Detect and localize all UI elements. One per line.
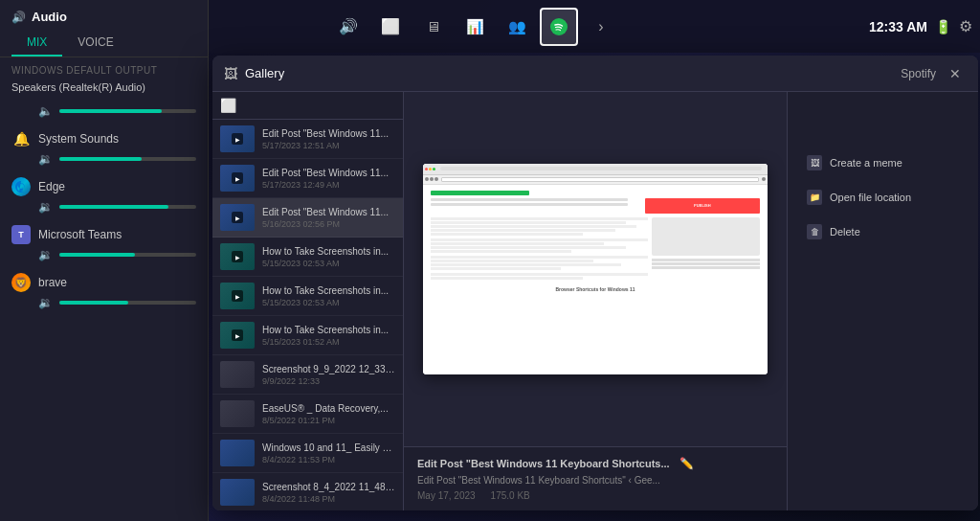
edge-mute-icon[interactable]: 🔉 — [38, 200, 54, 214]
audio-item-teams: T Microsoft Teams 🔉 — [0, 219, 208, 267]
system-sounds-slider[interactable] — [59, 157, 196, 161]
spotify-icon — [549, 17, 568, 36]
speakers-volume-row: 🔈 — [11, 104, 196, 118]
list-item[interactable]: Windows 10 and 11_ Easily Ta... 8/4/2022… — [212, 434, 403, 473]
thumb-10 — [220, 479, 255, 506]
list-item[interactable]: Edit Post "Best Windows 11... 5/16/2023 … — [212, 198, 403, 238]
brave-volume-row: 🔉 — [11, 296, 196, 309]
thumb-4 — [220, 243, 255, 270]
taskbar-icon-chart[interactable]: 📊 — [456, 8, 494, 46]
list-item[interactable]: How to Take Screenshots in... 5/15/2023 … — [212, 238, 403, 277]
screen-icon: ⬜ — [381, 17, 400, 35]
system-sounds-header: 🔔 System Sounds — [11, 129, 196, 148]
audio-section-label: WINDOWS DEFAULT OUTPUT — [0, 57, 208, 79]
audio-icon: 🔊 — [11, 11, 26, 24]
preview-file-subtitle: Edit Post "Best Windows 11 Keyboard Shor… — [417, 474, 773, 487]
teams-mute-icon[interactable]: 🔉 — [38, 248, 54, 261]
item-title-9: Windows 10 and 11_ Easily Ta... — [262, 442, 395, 453]
taskbar-icon-volume[interactable]: 🔊 — [329, 8, 368, 46]
monitor-icon: 🖥 — [426, 18, 440, 34]
edge-icon — [11, 177, 31, 196]
taskbar-icon-spotify[interactable] — [540, 8, 578, 46]
item-info-4: How to Take Screenshots in... 5/15/2023 … — [262, 246, 395, 268]
item-title-6: How to Take Screenshots in... — [262, 325, 395, 335]
list-item[interactable]: Edit Post "Best Windows 11... 5/17/2023 … — [212, 120, 403, 159]
item-date-7: 9/9/2022 12:33 — [262, 376, 395, 386]
gallery-modal: 🖼 Gallery Spotify ✕ ⬜ Edit Post "Best Wi… — [212, 56, 978, 510]
teams-name: Microsoft Teams — [38, 228, 122, 241]
list-item[interactable]: Screenshot 9_9_2022 12_33_... 9/9/2022 1… — [212, 355, 403, 395]
speakers-volume-fill — [59, 109, 162, 113]
audio-tabs: MIX VOICE — [0, 30, 208, 57]
item-date-4: 5/15/2023 02:53 AM — [262, 259, 395, 268]
create-meme-icon: 🖼 — [807, 155, 822, 170]
item-title-5: How to Take Screenshots in... — [262, 285, 395, 296]
audio-item-edge: Edge 🔉 — [0, 171, 208, 219]
open-location-button[interactable]: 📁 Open file location — [799, 184, 967, 211]
volume-icon: 🔊 — [339, 17, 358, 35]
preview-file-title: Edit Post "Best Windows 11 Keyboard Shor… — [417, 457, 670, 470]
item-info-5: How to Take Screenshots in... 5/15/2023 … — [262, 285, 395, 307]
tab-mix[interactable]: MIX — [11, 30, 62, 57]
item-date-9: 8/4/2022 11:53 PM — [262, 455, 395, 464]
item-date-5: 5/15/2023 02:53 AM — [262, 298, 395, 307]
audio-header: 🔊 Audio — [0, 0, 208, 30]
taskbar-icon-people[interactable]: 👥 — [498, 8, 536, 46]
system-sounds-volume-row: 🔉 — [11, 152, 196, 166]
speakers-mute-icon[interactable]: 🔈 — [38, 104, 54, 118]
brave-fill — [59, 301, 128, 305]
webpage-content: PUBLISH — [423, 185, 768, 298]
edge-slider[interactable] — [59, 205, 196, 209]
audio-device-label: Speakers (Realtek(R) Audio) — [0, 79, 208, 99]
time-display: 12:33 AM — [869, 19, 927, 34]
teams-fill — [59, 253, 135, 257]
item-info-8: EaseUS® _ Data Recovery,... 8/5/2022 01:… — [262, 403, 395, 425]
create-meme-button[interactable]: 🖼 Create a meme — [799, 149, 967, 176]
edge-fill — [59, 205, 168, 209]
item-info-6: How to Take Screenshots in... 5/15/2023 … — [262, 325, 395, 347]
spotify-tab-label: Spotify — [901, 67, 936, 80]
speakers-volume-slider[interactable] — [59, 109, 196, 113]
item-info-10: Screenshot 8_4_2022 11_48_... 8/4/2022 1… — [262, 482, 395, 504]
item-date-3: 5/16/2023 02:56 PM — [262, 219, 395, 229]
teams-icon: T — [11, 225, 31, 244]
audio-item-system: 🔔 System Sounds 🔉 — [0, 124, 208, 171]
edge-name: Edge — [38, 180, 65, 193]
brave-icon: 🦁 — [11, 273, 31, 292]
list-item[interactable]: How to Take Screenshots in... 5/15/2023 … — [212, 277, 403, 316]
delete-button[interactable]: 🗑 Delete — [799, 218, 967, 245]
delete-label: Delete — [830, 226, 860, 238]
settings-icon[interactable]: ⚙ — [959, 17, 972, 35]
audio-title: Audio — [32, 10, 67, 24]
gallery-close-button[interactable]: ✕ — [944, 62, 967, 85]
thumb-7 — [220, 361, 255, 388]
create-meme-label: Create a meme — [830, 157, 902, 169]
battery-icon: 🔋 — [935, 19, 951, 34]
taskbar-icon-screen[interactable]: ⬜ — [371, 8, 410, 46]
audio-item-speakers: 🔈 — [0, 99, 208, 124]
list-item[interactable]: EaseUS® _ Data Recovery,... 8/5/2022 01:… — [212, 395, 403, 434]
list-item[interactable]: Edit Post "Best Windows 11... 5/17/2023 … — [212, 159, 403, 198]
audio-item-brave: 🦁 brave 🔉 — [0, 267, 208, 315]
gallery-image-area: PUBLISH — [404, 92, 787, 446]
edit-title-icon[interactable]: ✏️ — [679, 457, 694, 470]
taskbar-icon-more[interactable]: › — [582, 8, 620, 46]
item-title-7: Screenshot 9_9_2022 12_33_... — [262, 364, 395, 374]
taskbar-icon-monitor[interactable]: 🖥 — [413, 8, 452, 46]
open-location-icon: 📁 — [807, 190, 822, 205]
item-title-2: Edit Post "Best Windows 11... — [262, 168, 395, 178]
teams-slider[interactable] — [59, 253, 196, 257]
taskbar-right: 12:33 AM 🔋 ⚙ — [869, 17, 972, 35]
thumb-2 — [220, 165, 255, 192]
list-item[interactable]: Screenshot 8_4_2022 11_48_... 8/4/2022 1… — [212, 473, 403, 510]
tab-voice[interactable]: VOICE — [62, 30, 128, 57]
list-item[interactable]: How to Take Screenshots in... 5/15/2023 … — [212, 316, 403, 355]
gallery-body: ⬜ Edit Post "Best Windows 11... 5/17/202… — [212, 92, 978, 510]
preview-file-date: May 17, 2023 — [417, 490, 476, 501]
system-sounds-fill — [59, 157, 142, 161]
brave-mute-icon[interactable]: 🔉 — [38, 296, 54, 309]
brave-slider[interactable] — [59, 301, 196, 305]
item-title-3: Edit Post "Best Windows 11... — [262, 207, 395, 217]
webpage-title: Browser Shortcuts for Windows 11 — [431, 286, 760, 292]
system-sounds-mute-icon[interactable]: 🔉 — [38, 152, 54, 166]
